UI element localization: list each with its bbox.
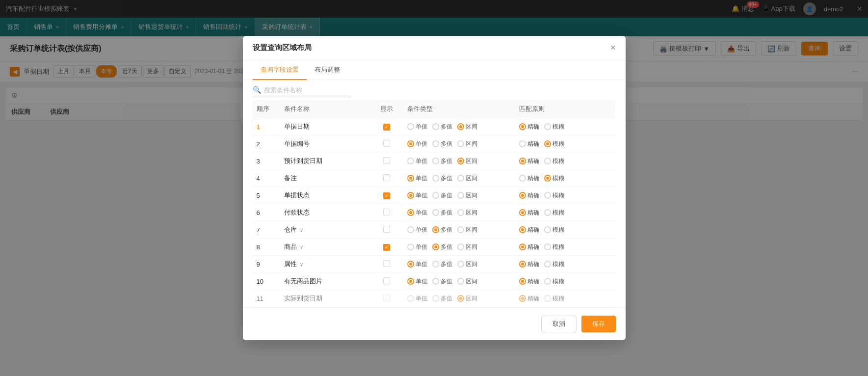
type-radio-item[interactable]: 单值 [407, 123, 427, 127]
modal-overlay: 设置查询区域布局 × 查询字段设置 布局调整 🔍 顺序 [0, 0, 868, 126]
modal-header: 设置查询区域布局 × [243, 36, 626, 60]
modal-dialog: 设置查询区域布局 × 查询字段设置 布局调整 🔍 顺序 [243, 36, 626, 126]
th-type: 条件类型 [403, 100, 515, 118]
search-input[interactable] [264, 86, 342, 94]
match-radio-item[interactable]: 模糊 [544, 123, 564, 127]
match-radio-group: 精确模糊 [519, 123, 612, 127]
modal-table: 顺序 条件名称 显示 条件类型 匹配原则 1单据日期✓单值多值区间精确模糊2单据… [243, 100, 626, 126]
display-checkbox[interactable]: ✓ [383, 124, 390, 126]
modal-tab-query-fields[interactable]: 查询字段设置 [253, 60, 307, 80]
search-icon: 🔍 [253, 86, 261, 94]
radio-circle [432, 123, 439, 126]
modal-tabs: 查询字段设置 布局调整 [243, 60, 626, 80]
radio-circle [407, 123, 414, 126]
modal-search: 🔍 [243, 80, 626, 100]
table-row: 1单据日期✓单值多值区间精确模糊 [253, 118, 616, 127]
radio-circle [457, 123, 464, 126]
match-radio-item[interactable]: 精确 [519, 123, 539, 127]
th-name: 条件名称 [280, 100, 369, 118]
th-match: 匹配原则 [515, 100, 616, 118]
th-order: 顺序 [253, 100, 281, 118]
row-condition-name: 单据日期 [284, 123, 310, 126]
modal-tab-layout[interactable]: 布局调整 [307, 60, 348, 80]
th-display: 显示 [370, 100, 403, 118]
radio-circle [544, 123, 551, 126]
type-radio-item[interactable]: 多值 [432, 123, 452, 127]
row-order-num: 1 [257, 123, 260, 127]
search-box: 🔍 [253, 86, 351, 97]
modal-close-btn[interactable]: × [610, 43, 616, 53]
radio-circle [519, 123, 526, 126]
type-radio-item[interactable]: 区间 [457, 123, 477, 127]
type-radio-group: 单值多值区间 [407, 123, 511, 127]
modal-title: 设置查询区域布局 [253, 43, 312, 53]
